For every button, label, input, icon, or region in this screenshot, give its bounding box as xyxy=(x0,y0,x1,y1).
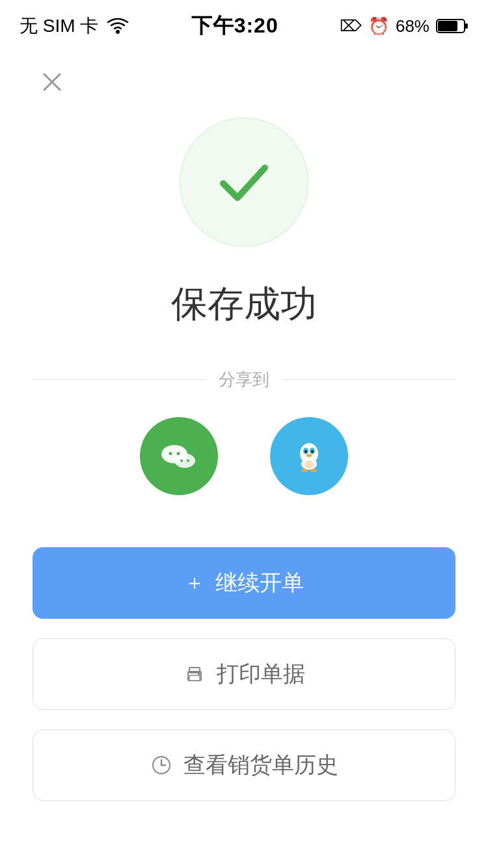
continue-label: 继续开单 xyxy=(215,568,304,598)
svg-point-8 xyxy=(169,452,172,455)
svg-rect-2 xyxy=(465,23,468,29)
svg-point-15 xyxy=(305,450,307,453)
history-icon xyxy=(150,753,173,777)
status-left: 无 SIM 卡 xyxy=(20,14,129,38)
svg-point-9 xyxy=(177,452,180,455)
svg-point-0 xyxy=(116,30,120,34)
wechat-share-button[interactable] xyxy=(140,417,218,495)
wifi-icon xyxy=(106,17,129,35)
location-icon: ⌦ xyxy=(340,17,362,35)
svg-point-20 xyxy=(301,468,308,472)
svg-rect-24 xyxy=(189,675,200,681)
svg-point-7 xyxy=(174,454,195,468)
qq-share-button[interactable] xyxy=(270,417,348,495)
close-button[interactable] xyxy=(33,62,72,102)
checkmark-icon xyxy=(211,150,277,215)
carrier-text: 无 SIM 卡 xyxy=(20,14,98,38)
time-display: 下午3:20 xyxy=(191,12,278,40)
battery-text: 68% xyxy=(396,16,429,36)
share-icons-row xyxy=(140,417,348,495)
svg-rect-3 xyxy=(438,21,457,31)
divider-right xyxy=(282,379,455,380)
svg-point-21 xyxy=(310,468,317,472)
main-content: 保存成功 分享到 xyxy=(0,52,488,801)
divider-left xyxy=(33,379,206,380)
svg-point-10 xyxy=(180,459,183,462)
status-bar: 无 SIM 卡 下午3:20 ⌦ ⏰ 68% xyxy=(0,0,488,52)
history-label: 查看销货单历史 xyxy=(183,750,338,780)
battery-icon xyxy=(436,18,468,34)
print-button[interactable]: 打印单据 xyxy=(33,638,455,710)
print-icon xyxy=(183,662,206,686)
share-section: 分享到 xyxy=(0,368,488,495)
svg-point-19 xyxy=(305,461,314,468)
status-right: ⌦ ⏰ 68% xyxy=(340,16,468,36)
success-title: 保存成功 xyxy=(171,280,317,329)
plus-icon: ＋ xyxy=(184,569,205,597)
qq-icon xyxy=(288,435,331,478)
history-button[interactable]: 查看销货单历史 xyxy=(33,729,455,801)
success-icon-circle xyxy=(179,117,309,247)
wechat-icon xyxy=(156,433,202,479)
svg-point-11 xyxy=(187,459,189,462)
print-label: 打印单据 xyxy=(217,659,305,689)
continue-button[interactable]: ＋ 继续开单 xyxy=(33,547,455,619)
buttons-section: ＋ 继续开单 打印单据 查看销货单历史 xyxy=(0,547,488,801)
svg-point-17 xyxy=(306,454,312,457)
alarm-icon: ⏰ xyxy=(368,16,389,36)
share-divider-row: 分享到 xyxy=(0,368,488,391)
share-label: 分享到 xyxy=(206,368,282,391)
svg-point-16 xyxy=(311,450,314,453)
svg-point-25 xyxy=(198,673,200,675)
